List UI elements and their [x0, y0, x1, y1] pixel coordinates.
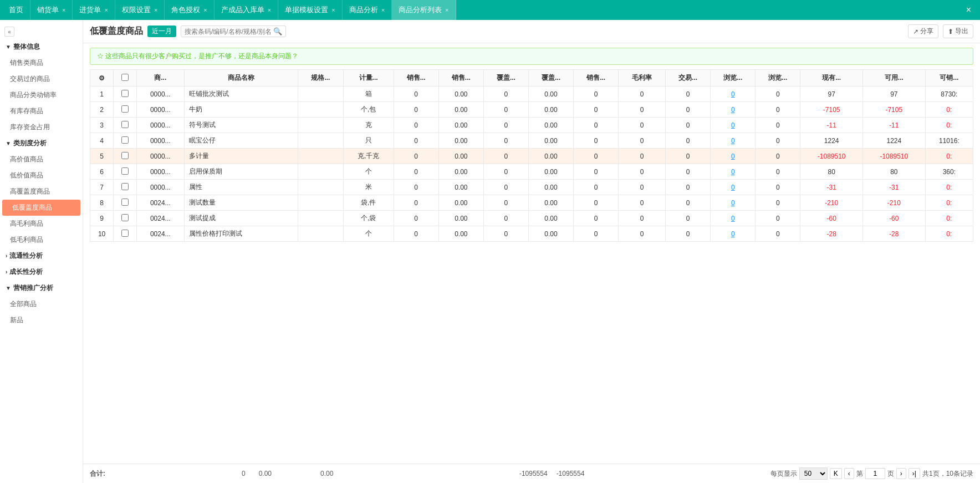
cell-checkbox[interactable] — [114, 195, 136, 211]
sidebar-item-stocked-goods[interactable]: 有库存商品 — [0, 103, 83, 119]
info-banner: ☆ 这些商品只有很少客户购买过，是推广不够，还是商品本身问题？ — [90, 48, 973, 65]
cell-browse-cnt[interactable]: 0 — [711, 180, 756, 195]
tab-home[interactable]: 首页 — [2, 0, 30, 20]
tab-permission-close[interactable]: × — [154, 7, 157, 13]
sidebar-section-marketing[interactable]: ▼ 营销推广分析 — [0, 280, 83, 296]
row-checkbox[interactable] — [121, 214, 129, 221]
cell-browse-cnt[interactable]: 0 — [711, 133, 756, 149]
tab-template-close[interactable]: × — [331, 7, 335, 13]
sidebar-item-high-value[interactable]: 高价值商品 — [0, 151, 83, 167]
sidebar-section-category[interactable]: ▼ 类别度分析 — [0, 135, 83, 151]
cell-checkbox[interactable] — [114, 226, 136, 242]
cell-avail-stock: -11 — [863, 118, 926, 133]
period-button[interactable]: 近一月 — [147, 26, 176, 37]
row-checkbox[interactable] — [121, 230, 129, 237]
tab-sales[interactable]: 销货单 × — [30, 0, 73, 20]
tab-template-label: 单据模板设置 — [285, 5, 328, 15]
tab-goods-list-label: 商品分析列表 — [399, 5, 442, 15]
cell-browse-cnt[interactable]: 0 — [711, 149, 756, 164]
export-icon: ⬆ — [948, 28, 953, 35]
cell-checkbox[interactable] — [114, 87, 136, 102]
sidebar-section-overview[interactable]: ▼ 整体信息 — [0, 39, 83, 55]
cell-checkbox[interactable] — [114, 180, 136, 195]
cell-browse-cnt[interactable]: 0 — [711, 102, 756, 118]
search-input[interactable] — [185, 28, 273, 35]
cell-browse-cnt[interactable]: 0 — [711, 195, 756, 211]
cell-cover-cnt: 0 — [483, 180, 528, 195]
cell-browse-cnt[interactable]: 0 — [711, 211, 756, 226]
cell-cover-cnt: 0 — [483, 226, 528, 242]
first-page-btn[interactable]: K — [830, 468, 842, 479]
page-input[interactable] — [865, 468, 885, 479]
row-checkbox[interactable] — [121, 136, 129, 144]
cell-unit: 米 — [343, 180, 394, 195]
cell-checkbox[interactable] — [114, 211, 136, 226]
sidebar-section-liquidity[interactable]: › 流通性分析 — [0, 248, 83, 264]
page-label: 第 — [856, 469, 863, 479]
cell-browse-cnt[interactable]: 0 — [711, 164, 756, 180]
tab-purchase-close[interactable]: × — [104, 7, 108, 13]
share-button[interactable]: ↗ 分享 — [908, 24, 938, 38]
tab-goods-analysis[interactable]: 商品分析 × — [343, 0, 392, 20]
sidebar-item-stock-capital[interactable]: 库存资金占用 — [0, 119, 83, 135]
row-checkbox[interactable] — [121, 152, 129, 159]
cell-unit: 个 — [343, 226, 394, 242]
cell-cover-cnt: 0 — [483, 87, 528, 102]
th-sellable: 可销... — [925, 70, 973, 87]
tab-purchase[interactable]: 进货单 × — [73, 0, 115, 20]
row-checkbox[interactable] — [121, 121, 129, 128]
cell-browse-cnt[interactable]: 0 — [711, 87, 756, 102]
sidebar-item-all-goods[interactable]: 全部商品 — [0, 296, 83, 312]
tab-sales-close[interactable]: × — [62, 7, 65, 13]
cell-cover-rate: 0.00 — [528, 211, 573, 226]
select-all-checkbox[interactable] — [121, 74, 129, 81]
th-curr-stock: 现有... — [800, 70, 863, 87]
sidebar-section-growth[interactable]: › 成长性分析 — [0, 264, 83, 280]
sidebar-item-sales-goods[interactable]: 销售类商品 — [0, 55, 83, 71]
cell-checkbox[interactable] — [114, 164, 136, 180]
th-checkbox[interactable] — [114, 70, 136, 87]
row-checkbox[interactable] — [121, 105, 129, 113]
per-page-select[interactable]: 50 100 200 — [799, 467, 828, 480]
tab-permission[interactable]: 权限设置 × — [115, 0, 165, 20]
row-checkbox[interactable] — [121, 90, 129, 97]
tab-goods-list-close[interactable]: × — [445, 7, 448, 13]
cell-gross-rate: 0 — [619, 87, 666, 102]
tab-inbound-close[interactable]: × — [268, 7, 271, 13]
cell-sellable: 0: — [925, 118, 973, 133]
last-page-btn[interactable]: ›| — [908, 468, 920, 479]
window-close-btn[interactable]: × — [959, 5, 978, 15]
cell-browse-cnt[interactable]: 0 — [711, 226, 756, 242]
cell-checkbox[interactable] — [114, 149, 136, 164]
search-icon[interactable]: 🔍 — [273, 27, 282, 35]
row-checkbox[interactable] — [121, 167, 129, 175]
tab-goods-analysis-close[interactable]: × — [381, 7, 385, 13]
cell-checkbox[interactable] — [114, 133, 136, 149]
tab-template[interactable]: 单据模板设置 × — [278, 0, 342, 20]
sidebar-item-high-margin[interactable]: 高毛利商品 — [0, 216, 83, 232]
row-checkbox[interactable] — [121, 183, 129, 190]
sidebar-item-new-goods[interactable]: 新品 — [0, 312, 83, 328]
sidebar-item-high-coverage[interactable]: 高覆盖度商品 — [0, 184, 83, 200]
next-page-btn[interactable]: › — [896, 468, 906, 479]
sidebar-item-low-coverage[interactable]: 低覆盖度商品 — [2, 200, 80, 216]
sidebar-item-low-margin[interactable]: 低毛利商品 — [0, 232, 83, 248]
sidebar-item-category-rate[interactable]: 商品分类动销率 — [0, 87, 83, 103]
cell-checkbox[interactable] — [114, 102, 136, 118]
tab-role-close[interactable]: × — [203, 7, 207, 13]
sidebar-collapse-btn[interactable]: « — [4, 27, 14, 37]
th-sales-amt: 销售... — [438, 70, 483, 87]
th-settings[interactable]: ⚙ — [90, 70, 114, 87]
sidebar-item-low-value[interactable]: 低价值商品 — [0, 167, 83, 184]
tab-inbound[interactable]: 产成品入库单 × — [215, 0, 278, 20]
tab-goods-list[interactable]: 商品分析列表 × — [392, 0, 456, 20]
prev-page-btn[interactable]: ‹ — [844, 468, 854, 479]
export-button[interactable]: ⬆ 导出 — [943, 24, 973, 38]
sidebar-item-traded-goods[interactable]: 交易过的商品 — [0, 71, 83, 87]
tab-role[interactable]: 角色授权 × — [165, 0, 214, 20]
cell-sales-qty: 0 — [394, 195, 438, 211]
cell-code: 0000... — [136, 133, 184, 149]
cell-checkbox[interactable] — [114, 118, 136, 133]
cell-browse-cnt[interactable]: 0 — [711, 118, 756, 133]
row-checkbox[interactable] — [121, 199, 129, 206]
